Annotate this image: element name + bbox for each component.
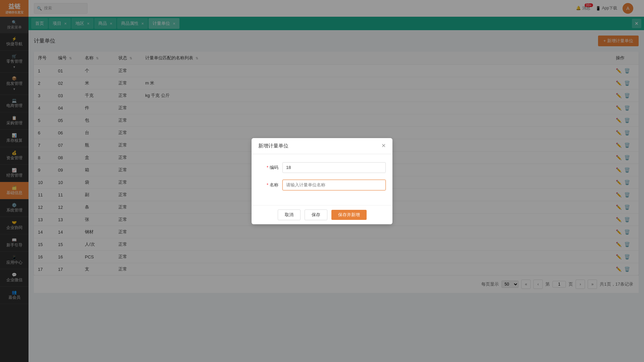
modal-overlay[interactable]: 新增计量单位 ✕ *编码 *名称 取消 保存 保存并新增 bbox=[0, 0, 644, 362]
form-group-code: *编码 bbox=[258, 162, 386, 173]
cancel-button[interactable]: 取消 bbox=[278, 209, 301, 220]
modal-footer: 取消 保存 保存并新增 bbox=[252, 205, 392, 224]
form-group-name: *名称 bbox=[258, 180, 386, 190]
modal-body: *编码 *名称 bbox=[252, 154, 392, 205]
save-and-new-button[interactable]: 保存并新增 bbox=[331, 210, 367, 220]
name-input[interactable] bbox=[282, 180, 386, 190]
modal-title: 新增计量单位 bbox=[258, 143, 288, 149]
modal-header: 新增计量单位 ✕ bbox=[252, 138, 392, 154]
code-label: *编码 bbox=[258, 165, 278, 171]
modal-add-unit: 新增计量单位 ✕ *编码 *名称 取消 保存 保存并新增 bbox=[252, 138, 392, 224]
name-label: *名称 bbox=[258, 182, 278, 188]
save-button[interactable]: 保存 bbox=[305, 209, 327, 220]
modal-close-button[interactable]: ✕ bbox=[381, 143, 386, 148]
code-input[interactable] bbox=[282, 162, 386, 173]
